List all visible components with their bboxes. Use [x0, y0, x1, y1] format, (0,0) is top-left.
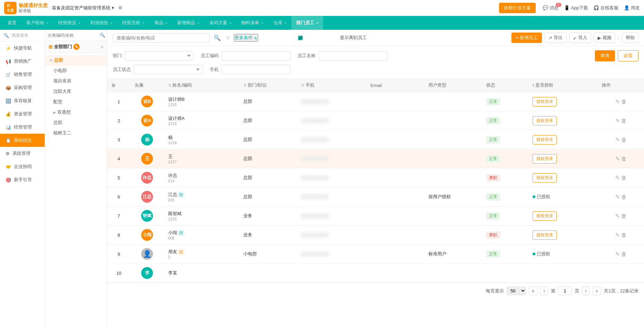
auth-button[interactable]: 授权登录 [533, 211, 557, 221]
emp-status-select[interactable] [134, 65, 203, 74]
gear-icon[interactable]: ⚙ [111, 83, 116, 88]
tab-warehouse-close[interactable]: × [284, 21, 287, 25]
tab-customer[interactable]: 客户联络 × [21, 16, 53, 30]
sidebar-item-guide[interactable]: 🎯 新手引导 [0, 173, 45, 186]
delete-button[interactable]: 🗑 [621, 251, 627, 257]
edit-button[interactable]: ✎ [615, 194, 620, 200]
edit-button[interactable]: ✎ [615, 251, 620, 257]
delete-button[interactable]: 🗑 [621, 194, 627, 200]
tab-dept-staff-close[interactable]: × [316, 21, 318, 25]
page-number-input[interactable] [558, 287, 572, 295]
sidebar-item-corp[interactable]: 🤝 企业协同 [0, 160, 45, 173]
tab-history-close[interactable]: × [142, 21, 144, 25]
auth-button[interactable]: 授权登录 [533, 97, 557, 106]
trial-button[interactable]: 体验行业方案 [499, 3, 536, 13]
edit-dept-icon[interactable]: ✎ [73, 44, 80, 50]
tab-new-goods[interactable]: 新增商品 × [172, 16, 204, 30]
sys-selector[interactable]: 装备及固定资产辅助管理系统 ▾ ⚙ [52, 5, 123, 11]
sidebar-item-purchase[interactable]: 📦 采购管理 [0, 81, 45, 94]
delete-button[interactable]: 🗑 [621, 137, 627, 143]
col-phone-header[interactable]: ⇅ 手机 [297, 79, 366, 92]
edit-button[interactable]: ✎ [615, 156, 620, 162]
tab-barcode[interactable]: 条码方案 × [205, 16, 236, 30]
last-page-btn[interactable]: » [592, 287, 601, 295]
show-resigned-checkbox[interactable] [262, 36, 338, 40]
delete-button[interactable]: 🗑 [621, 99, 627, 105]
tab-dept-staff[interactable]: 部门员工 × [291, 16, 323, 30]
emp-name-input[interactable] [318, 51, 388, 61]
edit-button[interactable]: ✎ [615, 175, 620, 181]
tab-warehouse[interactable]: 仓库 × [269, 16, 291, 30]
delete-button[interactable]: 🗑 [621, 175, 627, 181]
auth-button[interactable]: 授权登录 [533, 154, 557, 164]
import-button[interactable]: ↙ 导入 [569, 33, 591, 43]
dept-node-shenyang[interactable]: 沈阳大库 [45, 86, 107, 97]
top-search-icon[interactable]: 🔍 [214, 35, 221, 41]
sidebar-item-shortcut[interactable]: ⚡ 快捷导航 [0, 42, 45, 55]
dept-node-xiaodian[interactable]: 小电部 [45, 65, 107, 76]
col-settings[interactable]: ⚙ [107, 79, 130, 92]
tab-goods-close[interactable]: × [165, 21, 167, 25]
tab-bom[interactable]: 物料清单 × [236, 16, 268, 30]
top-search-input[interactable] [113, 33, 210, 43]
user-btn[interactable]: 👤 用友 [624, 5, 640, 11]
tab-operation-close[interactable]: × [78, 21, 80, 25]
tab-new-goods-close[interactable]: × [197, 21, 199, 25]
auth-button[interactable]: 授权登录 [533, 116, 557, 125]
sidebar-search[interactable]: 🔍 搜索菜单 [0, 30, 45, 42]
dept-search-input[interactable] [48, 33, 100, 38]
dept-node-shuangluxiang[interactable]: ▶ 双鹿想 [45, 107, 107, 117]
edit-button[interactable]: ✎ [615, 118, 620, 124]
edit-button[interactable]: ✎ [615, 213, 620, 219]
sidebar-item-marketing[interactable]: 📢 营销推广 [0, 55, 45, 68]
sidebar-item-basic[interactable]: 📋 基础信息 [0, 134, 45, 147]
more-conditions-btn[interactable]: 更多条件 ∧ [234, 34, 258, 42]
edit-button[interactable]: ✎ [615, 232, 620, 238]
delete-button[interactable]: 🗑 [621, 232, 627, 238]
dept-node-zhishu[interactable]: 植树王二 [45, 128, 107, 138]
collapse-dept-icon[interactable]: « [101, 44, 103, 50]
sidebar-item-system[interactable]: ⚙ 系统管理 [0, 147, 45, 160]
tab-goods[interactable]: 商品 × [149, 16, 172, 30]
set-button[interactable]: 设置 [618, 50, 638, 61]
sidebar-item-finance[interactable]: 💰 资金管理 [0, 107, 45, 121]
dept-node-zongbu[interactable]: 总部 [45, 117, 107, 128]
query-button[interactable]: 查询 [595, 50, 615, 61]
filter-icon[interactable]: ▽ [226, 35, 230, 41]
auth-button[interactable]: 授权登录 [533, 230, 557, 240]
edit-button[interactable]: ✎ [615, 137, 620, 143]
help-button[interactable]: 帮助 [622, 33, 638, 43]
sidebar-item-sales[interactable]: 🛒 销售管理 [0, 68, 45, 81]
settings-icon[interactable]: ⚙ [118, 5, 123, 10]
col-name-header[interactable]: ⇅ 姓名/编码 [164, 79, 239, 92]
tab-barcode-close[interactable]: × [229, 21, 232, 25]
online-service-btn[interactable]: 🎧 在线客服 [593, 5, 618, 11]
dept-filter-select[interactable] [125, 51, 194, 61]
chevron-down-icon[interactable]: ▾ [112, 5, 114, 10]
dept-node-peihuo[interactable]: 配货 [45, 97, 107, 107]
auth-button[interactable]: 授权登录 [533, 135, 557, 144]
tab-history[interactable]: 经营历程 × [117, 16, 149, 30]
delete-button[interactable]: 🗑 [621, 118, 627, 124]
sidebar-item-inventory[interactable]: 🔢 库存核算 [0, 94, 45, 107]
tab-home[interactable]: 首页 [3, 16, 21, 30]
edit-button[interactable]: ✎ [615, 99, 620, 105]
tab-bom-close[interactable]: × [261, 21, 263, 25]
message-btn[interactable]: 💬 消息 5 [543, 5, 559, 11]
delete-button[interactable]: 🗑 [621, 213, 627, 219]
first-page-btn[interactable]: « [529, 287, 537, 295]
prev-page-btn[interactable]: ‹ [540, 287, 548, 295]
app-download-btn[interactable]: 📱 App下载 [564, 5, 588, 11]
view-button[interactable]: ▶ 视频 [594, 33, 615, 43]
col-dept-header[interactable]: ⇅ 部门/职位 [239, 79, 297, 92]
auth-button[interactable]: 授权登录 [533, 173, 557, 183]
phone-input[interactable] [221, 65, 291, 74]
dept-node-root[interactable]: ▼ 总部 [45, 55, 107, 65]
export-button[interactable]: ↗ 导出 [545, 33, 566, 43]
show-resigned-label[interactable]: 显示离职员工 [262, 35, 367, 41]
dept-node-project[interactable]: 项目库房 [45, 76, 107, 86]
tab-profit-close[interactable]: × [110, 21, 112, 25]
page-size-select[interactable]: 50 100 [507, 287, 526, 295]
delete-button[interactable]: 🗑 [621, 156, 627, 162]
dept-search-icon[interactable]: 🔍 [100, 33, 105, 38]
